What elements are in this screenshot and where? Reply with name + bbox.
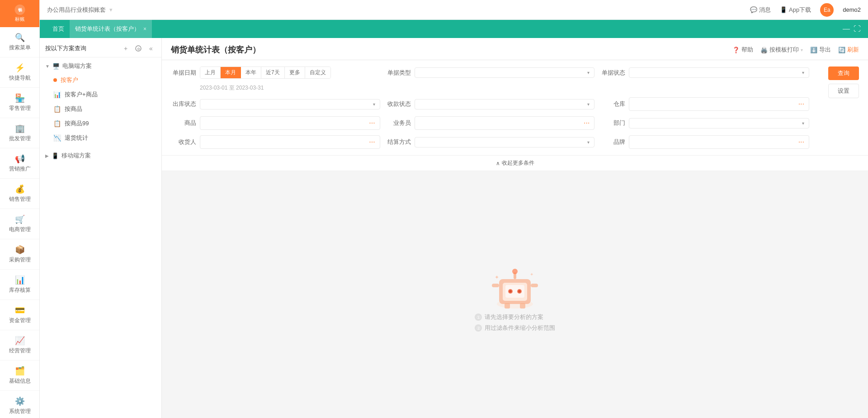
payment-method-select[interactable]: ▾ bbox=[415, 137, 595, 147]
scheme-item-refund-stats[interactable]: 📉 退货统计 bbox=[40, 131, 161, 145]
app-download-btn[interactable]: 📱 App下载 bbox=[780, 6, 811, 14]
active-dot bbox=[53, 78, 57, 82]
help-icon: ❓ bbox=[732, 47, 740, 53]
refresh-btn[interactable]: 🔄 刷新 bbox=[838, 46, 859, 54]
help-btn[interactable]: ❓ 帮助 bbox=[732, 46, 753, 54]
svg-rect-14 bbox=[492, 284, 499, 287]
purchase-icon: 📦 bbox=[15, 245, 25, 255]
logo-icon: 畅 bbox=[11, 5, 29, 15]
wholesale-icon: 🏢 bbox=[15, 124, 25, 133]
sidebar-item-sales[interactable]: 💰 销售管理 bbox=[0, 179, 39, 209]
date-btn-this-month[interactable]: 本月 bbox=[221, 67, 241, 78]
home-tab-label: 首页 bbox=[52, 25, 64, 33]
scheme-item-icon-1: 📊 bbox=[53, 91, 61, 98]
query-button[interactable]: 查询 bbox=[828, 66, 859, 80]
receipt-status-label: 收款状态 bbox=[386, 100, 411, 108]
sidebar-item-search[interactable]: 🔍 搜索菜单 bbox=[0, 27, 39, 57]
mobile-group-label: 移动端方案 bbox=[61, 152, 91, 160]
brand-input[interactable]: ··· bbox=[629, 135, 809, 149]
messages-btn[interactable]: 💬 消息 bbox=[750, 6, 771, 14]
scheme-collapse-btn[interactable]: « bbox=[146, 43, 156, 53]
settings-button[interactable]: 设置 bbox=[828, 84, 859, 98]
order-status-select[interactable]: ▾ bbox=[629, 67, 809, 78]
tab-minimize-btn[interactable]: — bbox=[843, 25, 850, 33]
recipient-input[interactable]: ··· bbox=[200, 135, 380, 149]
recipient-dots[interactable]: ··· bbox=[369, 138, 375, 146]
sidebar-item-inventory[interactable]: 📊 库存核算 bbox=[0, 270, 39, 300]
scheme-item-icon-2: 📋 bbox=[53, 105, 61, 113]
scheme-item-by-goods-99-label: 按商品99 bbox=[65, 119, 89, 128]
date-range-text: 2023-03-01 至 2023-03-31 bbox=[200, 84, 264, 92]
sidebar-item-retail[interactable]: 🏪 零售管理 bbox=[0, 88, 39, 118]
home-tab[interactable]: 首页 bbox=[47, 20, 70, 38]
receipt-status-select[interactable]: ▾ bbox=[415, 99, 595, 109]
empty-illustration: ✦ ✦ bbox=[486, 254, 544, 313]
desktop-scheme-group: ▼ 🖥️ 电脑端方案 按客户 📊 按客户+商品 📋 按商品 📋 bbox=[40, 57, 161, 147]
scheme-item-by-customer-goods[interactable]: 📊 按客户+商品 bbox=[40, 87, 161, 102]
date-btn-last-7[interactable]: 近7天 bbox=[261, 67, 285, 78]
page-header-actions: ❓ 帮助 🖨️ 按模板打印 ▾ ⬇️ 导出 🔄 刷新 bbox=[732, 46, 859, 54]
date-btn-this-year[interactable]: 本年 bbox=[241, 67, 261, 78]
ship-status-select[interactable]: ▾ bbox=[200, 99, 380, 109]
active-tab[interactable]: 销货单统计表（按客户） × bbox=[70, 20, 152, 38]
sidebar-item-quicknav-label: 快捷导航 bbox=[9, 74, 31, 82]
mobile-group-title[interactable]: ▶ 📱 移动端方案 bbox=[40, 149, 161, 162]
order-status-cell: 单据状态 ▾ bbox=[600, 66, 809, 79]
date-btn-custom[interactable]: 自定义 bbox=[305, 67, 330, 78]
warehouse-dots[interactable]: ··· bbox=[798, 100, 804, 108]
scheme-item-by-customer[interactable]: 按客户 bbox=[40, 73, 161, 87]
date-btn-more[interactable]: 更多 bbox=[285, 67, 305, 78]
sidebar-item-wholesale[interactable]: 🏢 批发管理 bbox=[0, 118, 39, 148]
svg-rect-15 bbox=[531, 284, 538, 287]
refresh-label: 刷新 bbox=[847, 46, 859, 54]
desktop-group-label: 电脑端方案 bbox=[62, 62, 92, 70]
scheme-add-btn[interactable]: + bbox=[121, 43, 131, 53]
goods-dots[interactable]: ··· bbox=[369, 119, 375, 127]
tab-maximize-btn[interactable]: ⛶ bbox=[854, 25, 861, 33]
scheme-edit-btn[interactable]: ⚙ bbox=[133, 43, 143, 53]
header-right: 💬 消息 📱 App下载 Ea demo2 bbox=[750, 3, 861, 17]
salesperson-dots[interactable]: ··· bbox=[584, 119, 590, 127]
sidebar-item-system[interactable]: ⚙️ 系统管理 bbox=[0, 391, 39, 418]
brand-dots[interactable]: ··· bbox=[798, 138, 804, 146]
sales-icon: 💰 bbox=[15, 184, 25, 194]
order-type-select[interactable]: ▾ bbox=[415, 67, 595, 78]
tab-close-btn[interactable]: × bbox=[143, 26, 146, 32]
filter-wrapper: 单据日期 上月 本月 本年 近7天 更多 自定义 bbox=[162, 60, 868, 156]
basic-icon: 🗂️ bbox=[15, 366, 25, 376]
date-btn-last-month[interactable]: 上月 bbox=[200, 67, 221, 78]
sidebar-item-quicknav[interactable]: ⚡ 快捷导航 bbox=[0, 57, 39, 88]
svg-text:畅: 畅 bbox=[18, 8, 22, 12]
salesperson-cell: 业务员 ··· bbox=[386, 116, 595, 130]
tip-text-2: 用过滤条件来缩小分析范围 bbox=[485, 324, 555, 332]
avatar[interactable]: Ea bbox=[820, 3, 834, 17]
scheme-item-by-goods[interactable]: 📋 按商品 bbox=[40, 102, 161, 116]
payment-method-label: 结算方式 bbox=[386, 138, 411, 146]
sidebar-item-finance[interactable]: 💳 资金管理 bbox=[0, 300, 39, 330]
sidebar-item-marketing[interactable]: 📢 营销推广 bbox=[0, 148, 39, 179]
brand-label: 品牌 bbox=[600, 138, 625, 146]
inventory-icon: 📊 bbox=[15, 275, 25, 285]
print-btn[interactable]: 🖨️ 按模板打印 ▾ bbox=[760, 46, 803, 54]
filter-row-1: 单据日期 上月 本月 本年 近7天 更多 自定义 bbox=[171, 66, 809, 79]
svg-text:✦: ✦ bbox=[530, 272, 533, 277]
ship-status-label: 出库状态 bbox=[171, 100, 196, 108]
desktop-group-title[interactable]: ▼ 🖥️ 电脑端方案 bbox=[40, 59, 161, 73]
warehouse-input[interactable]: ··· bbox=[629, 97, 809, 111]
sidebar-item-operation[interactable]: 📈 经营管理 bbox=[0, 330, 39, 361]
download-icon: 📱 bbox=[780, 6, 787, 13]
export-btn[interactable]: ⬇️ 导出 bbox=[810, 46, 831, 54]
sidebar-item-purchase[interactable]: 📦 采购管理 bbox=[0, 239, 39, 270]
salesperson-input[interactable]: ··· bbox=[415, 116, 595, 130]
department-cell: 部门 ▾ bbox=[600, 116, 809, 130]
sidebar-item-ecommerce[interactable]: 🛒 电商管理 bbox=[0, 209, 39, 239]
collapse-bar[interactable]: ∧ 收起更多条件 bbox=[162, 156, 868, 171]
department-select[interactable]: ▾ bbox=[629, 118, 809, 128]
group-arrow-icon: ▼ bbox=[45, 64, 50, 69]
goods-input[interactable]: ··· bbox=[200, 116, 380, 130]
scheme-actions: + ⚙ « bbox=[121, 43, 156, 53]
sidebar-item-basic[interactable]: 🗂️ 基础信息 bbox=[0, 361, 39, 391]
retail-icon: 🏪 bbox=[15, 93, 25, 103]
scheme-item-by-goods-99[interactable]: 📋 按商品99 bbox=[40, 116, 161, 131]
tip-num-1: ① bbox=[475, 314, 482, 321]
